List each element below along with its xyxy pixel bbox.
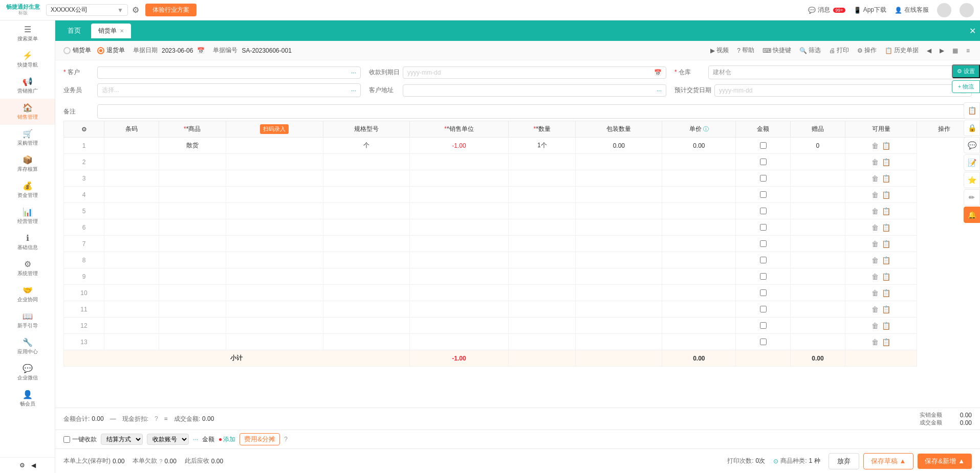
row-unit[interactable]	[323, 219, 409, 236]
delete-row-icon[interactable]: 🗑	[872, 273, 879, 281]
app-download-button[interactable]: 📱 App下载	[854, 6, 886, 14]
row-product[interactable]: 散货	[159, 138, 226, 154]
copy-row-icon[interactable]: 📋	[882, 240, 890, 248]
expected-date-input[interactable]: yyyy-mm-dd 📅	[714, 84, 972, 97]
row-spec[interactable]	[226, 170, 323, 187]
prev-btn[interactable]: ◀	[925, 46, 933, 55]
row-pkg-qty[interactable]	[509, 170, 576, 187]
online-service-button[interactable]: 👤 在线客服	[895, 6, 929, 14]
settings-pill-btn[interactable]: ⚙ 设置	[952, 64, 980, 78]
row-unit[interactable]	[323, 203, 409, 219]
expense-help-icon[interactable]: ?	[284, 436, 288, 443]
row-gift[interactable]	[736, 203, 791, 219]
payment-account-dots[interactable]: ···	[193, 436, 198, 443]
help-owe-icon[interactable]: ?	[159, 458, 162, 464]
gift-checkbox[interactable]	[760, 208, 767, 214]
sidebar-item-wechat[interactable]: 💬 企业微信	[0, 359, 55, 386]
copy-row-icon[interactable]: 📋	[882, 223, 890, 232]
row-qty[interactable]	[409, 334, 508, 350]
row-price[interactable]	[576, 203, 662, 219]
row-pkg-qty[interactable]	[509, 268, 576, 285]
next-btn[interactable]: ▶	[938, 46, 946, 55]
row-amount[interactable]	[662, 236, 736, 252]
float-btn-edit[interactable]: ✏	[964, 189, 980, 206]
row-unit[interactable]	[323, 236, 409, 252]
row-pkg-qty[interactable]	[509, 219, 576, 236]
sidebar-item-quicknav[interactable]: ⚡ 快捷导航	[0, 47, 55, 73]
copy-row-icon[interactable]: 📋	[882, 256, 890, 264]
gift-checkbox[interactable]	[760, 191, 767, 198]
sidebar-item-marketing[interactable]: 📢 营销推广	[0, 73, 55, 99]
customer-addr-input[interactable]: ···	[403, 84, 666, 97]
print-btn[interactable]: 🖨 打印	[827, 45, 851, 56]
gift-checkbox[interactable]	[760, 224, 767, 231]
sidebar-item-apps[interactable]: 🔧 应用中心	[0, 333, 55, 359]
row-barcode[interactable]	[104, 301, 159, 318]
row-amount[interactable]: 0.00	[662, 138, 736, 154]
row-qty[interactable]	[409, 219, 508, 236]
operation-btn[interactable]: ⚙ 操作	[855, 45, 879, 56]
sidebar-item-purchase[interactable]: 🛒 采购管理	[0, 125, 55, 151]
sidebar-item-vip[interactable]: 👤 畅会员	[0, 386, 55, 412]
row-amount[interactable]	[662, 219, 736, 236]
row-gift[interactable]	[736, 187, 791, 203]
row-price[interactable]	[576, 285, 662, 301]
row-gift[interactable]	[736, 252, 791, 268]
row-unit[interactable]	[323, 252, 409, 268]
row-gift[interactable]	[736, 334, 791, 350]
row-barcode[interactable]	[104, 252, 159, 268]
row-barcode[interactable]	[104, 187, 159, 203]
row-amount[interactable]	[662, 203, 736, 219]
row-gift[interactable]	[736, 154, 791, 170]
payment-method-select[interactable]: 结算方式	[101, 434, 143, 445]
copy-row-icon[interactable]: 📋	[882, 338, 890, 346]
row-spec[interactable]	[226, 187, 323, 203]
row-pkg-qty[interactable]	[509, 187, 576, 203]
float-btn-alert[interactable]: 🔔	[964, 207, 980, 223]
tab-sales-order[interactable]: 销货单 ✕	[91, 24, 131, 38]
delete-row-icon[interactable]: 🗑	[872, 338, 879, 346]
row-qty[interactable]	[409, 170, 508, 187]
row-qty[interactable]	[409, 318, 508, 334]
row-product[interactable]	[159, 236, 226, 252]
row-product[interactable]	[159, 187, 226, 203]
one-click-checkbox[interactable]	[63, 436, 70, 443]
col-settings[interactable]: ⚙	[64, 121, 104, 138]
row-product[interactable]	[159, 318, 226, 334]
gift-checkbox[interactable]	[760, 240, 767, 247]
row-spec[interactable]	[226, 154, 323, 170]
tab-home[interactable]: 首页	[59, 23, 89, 38]
avatar[interactable]	[937, 3, 951, 17]
grid-view-btn[interactable]: ▦	[950, 46, 960, 55]
row-product[interactable]	[159, 268, 226, 285]
row-pkg-qty[interactable]	[509, 318, 576, 334]
delete-row-icon[interactable]: 🗑	[872, 305, 879, 313]
row-spec[interactable]	[226, 268, 323, 285]
row-qty[interactable]	[409, 252, 508, 268]
expense-btn[interactable]: 费用&分摊	[239, 433, 280, 445]
scan-button[interactable]: 扫码录入	[260, 124, 289, 134]
row-unit[interactable]	[323, 154, 409, 170]
row-product[interactable]	[159, 285, 226, 301]
row-barcode[interactable]	[104, 285, 159, 301]
row-amount[interactable]	[662, 187, 736, 203]
copy-row-icon[interactable]: 📋	[882, 305, 890, 313]
gift-checkbox[interactable]	[760, 159, 767, 165]
row-product[interactable]	[159, 219, 226, 236]
row-barcode[interactable]	[104, 203, 159, 219]
row-pkg-qty[interactable]	[509, 236, 576, 252]
row-qty[interactable]	[409, 203, 508, 219]
gift-checkbox[interactable]	[760, 142, 767, 149]
row-price[interactable]	[576, 301, 662, 318]
delete-row-icon[interactable]: 🗑	[872, 207, 879, 215]
logistics-pill-btn[interactable]: + 物流	[952, 80, 980, 93]
notes-input[interactable]	[97, 104, 972, 119]
copy-row-icon[interactable]: 📋	[882, 191, 890, 199]
row-qty[interactable]: -1.00	[409, 138, 508, 154]
row-price[interactable]	[576, 268, 662, 285]
row-spec[interactable]	[226, 138, 323, 154]
gift-checkbox[interactable]	[760, 322, 767, 329]
trial-button[interactable]: 体验行业方案	[145, 4, 197, 16]
radio-return[interactable]: 退货单	[97, 46, 125, 55]
row-unit[interactable]	[323, 301, 409, 318]
